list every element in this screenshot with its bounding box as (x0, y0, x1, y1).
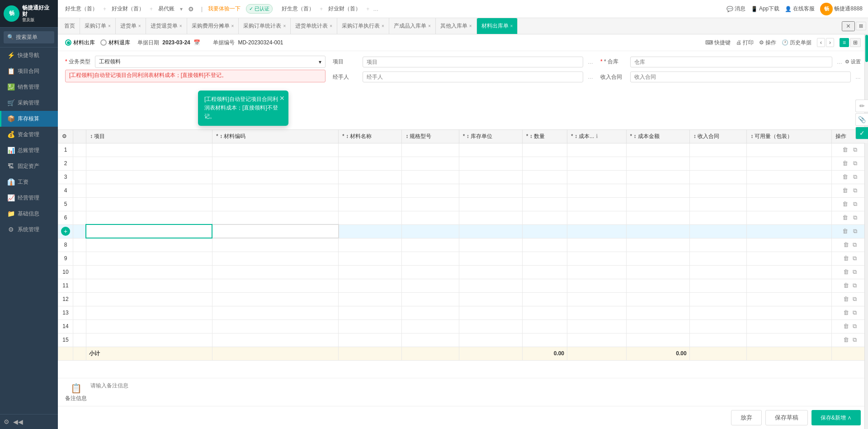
view-grid-button[interactable]: ⊞ (850, 38, 861, 47)
date-value[interactable]: 2023-03-24 (162, 39, 190, 46)
save-draft-button[interactable]: 保存草稿 (765, 410, 808, 425)
copy-row-button[interactable]: ⧉ (851, 335, 859, 344)
delete-row-button[interactable]: 🗑 (840, 159, 850, 167)
delete-row-button[interactable]: 🗑 (841, 335, 851, 344)
delete-row-button[interactable]: 🗑 (841, 240, 851, 249)
tab-purchase-expense[interactable]: 采购费用分摊单 × (187, 18, 239, 34)
tab-purchase-stat[interactable]: 采购订单统计表 × (239, 18, 291, 34)
radio-material-outbound[interactable]: 材料出库 (65, 39, 95, 47)
tab-close-icon[interactable]: × (179, 24, 182, 29)
sidebar-item-finance[interactable]: 💰 资金管理 (0, 127, 58, 143)
sidebar-collapse-button[interactable]: ◀◀ (13, 418, 23, 425)
handler-dots-icon[interactable]: … (588, 74, 593, 80)
col-quantity[interactable]: * ↕ 数量 (522, 129, 567, 143)
sidebar-item-basic-info[interactable]: 📁 基础信息 (0, 206, 58, 222)
add-row-button[interactable]: + (61, 227, 70, 236)
delete-row-button[interactable]: 🗑 (841, 281, 851, 290)
material-code-cell-input[interactable] (215, 228, 335, 234)
col-material-code[interactable]: * ↕ 材料编码 (212, 129, 338, 143)
delete-row-button[interactable]: 🗑 (841, 254, 851, 262)
tab-other-receipt[interactable]: 其他入库单 × (436, 18, 477, 34)
copy-row-button[interactable]: ⧉ (851, 281, 859, 290)
col-unit[interactable]: * ↕ 库存单位 (459, 129, 522, 143)
sidebar-item-inventory[interactable]: 📦 库存核算 (0, 111, 58, 127)
view-list-button[interactable]: ≡ (840, 38, 849, 47)
tab-close-icon[interactable]: × (510, 24, 513, 29)
delete-row-button[interactable]: 🗑 (840, 213, 850, 222)
warehouse-dots-icon[interactable]: … (837, 59, 842, 65)
project-cell-input[interactable] (89, 228, 209, 234)
copy-row-button[interactable]: ⧉ (851, 295, 859, 304)
settings-button[interactable]: ⚙ 设置 (845, 58, 861, 65)
handler-input[interactable] (363, 72, 583, 82)
col-cost-amount[interactable]: * ↕ 成本金额 (626, 129, 689, 143)
delete-row-button[interactable]: 🗑 (841, 322, 851, 330)
tab-close-icon[interactable]: × (382, 24, 384, 29)
tabbar-more-button[interactable]: ⊞ (856, 22, 866, 30)
tab-material-outbound[interactable]: 材料出库单 × (477, 18, 518, 34)
tabbar-close-button[interactable]: × (842, 21, 855, 31)
tab-goods-stat[interactable]: 进货单统计表 × (291, 18, 337, 34)
topbar-online-service[interactable]: 👤 在线客服 (785, 5, 815, 13)
col-material-name[interactable]: * ↕ 材料名称 (339, 129, 402, 143)
tab-close-icon[interactable]: × (469, 24, 472, 29)
copy-row-button[interactable]: ⧉ (851, 240, 859, 249)
delete-row-button[interactable]: 🗑 (840, 172, 850, 181)
delete-row-button[interactable]: 🗑 (841, 295, 851, 303)
col-project[interactable]: ↕ 项目 (86, 129, 212, 143)
topbar-user-info[interactable]: 畅 畅捷通8888 (820, 3, 863, 15)
sidebar-item-purchase[interactable]: 🛒 采购管理 (0, 95, 58, 111)
tab-home[interactable]: 首页 (60, 18, 80, 34)
topbar-link-haoshengyi2[interactable]: 好生意（首） (280, 4, 316, 14)
sidebar-item-quick-nav[interactable]: ⚡ 快捷导航 (0, 48, 58, 63)
save-new-button[interactable]: 保存&新增 ∧ (811, 410, 861, 425)
tab-close-icon[interactable]: × (283, 24, 286, 29)
topbar-link-haoyecai2[interactable]: 好业财（首） (326, 4, 363, 14)
sticky-edit-button[interactable]: ✏ (855, 100, 868, 112)
topbar-link-yidaizhang[interactable]: 易代账 (156, 4, 176, 14)
topbar-more-link[interactable]: … (373, 6, 378, 12)
sticky-green-button[interactable]: ✓ (855, 127, 868, 139)
shortcut-key-button[interactable]: ⌨ 快捷键 (705, 39, 731, 47)
nav-next-button[interactable]: › (826, 38, 834, 47)
tab-finished-goods[interactable]: 产成品入库单 × (389, 18, 436, 34)
abandon-button[interactable]: 放弃 (731, 410, 762, 425)
scrollbar-track[interactable] (864, 34, 868, 429)
radio-material-return[interactable]: 材料退库 (100, 39, 130, 47)
tab-close-icon[interactable]: × (428, 24, 431, 29)
table-settings-col[interactable]: ⚙ (58, 129, 73, 143)
col-spec[interactable]: ↕ 规格型号 (402, 129, 459, 143)
topbar-link-experience[interactable]: 我要体验一下 (206, 4, 242, 14)
tooltip-close-button[interactable]: ✕ (279, 93, 285, 103)
tab-purchase-order[interactable]: 采购订单 × (80, 18, 116, 34)
sidebar-item-ledger[interactable]: 📊 总账管理 (0, 143, 58, 158)
sidebar-settings-button[interactable]: ⚙ (4, 418, 9, 425)
sidebar-item-fixed-assets[interactable]: 🏗 固定资产 (0, 158, 58, 174)
print-button[interactable]: 🖨 打印 (736, 39, 754, 47)
warehouse-input[interactable] (630, 57, 832, 67)
delete-row-button[interactable]: 🗑 (841, 308, 851, 317)
tab-close-icon[interactable]: × (138, 24, 141, 29)
tab-purchase-execution[interactable]: 采购订单执行表 × (337, 18, 389, 34)
tab-close-icon[interactable]: × (108, 24, 111, 29)
search-menu-button[interactable]: 🔍 搜索菜单 (4, 31, 54, 43)
topbar-link-haoshengyi[interactable]: 好生意（首） (63, 4, 99, 14)
sidebar-item-payroll[interactable]: 👔 工资 (0, 174, 58, 190)
operations-button[interactable]: ⚙ 操作 (759, 39, 776, 47)
project-input[interactable] (363, 57, 583, 67)
copy-row-button[interactable]: ⧉ (851, 227, 859, 236)
topbar-link-haoyecai[interactable]: 好业财（首） (110, 4, 146, 14)
nav-prev-button[interactable]: ‹ (817, 38, 825, 47)
project-dots-icon[interactable]: … (588, 59, 593, 65)
sidebar-item-operations[interactable]: 📈 经营管理 (0, 190, 58, 206)
copy-row-button[interactable]: ⧉ (851, 213, 859, 222)
copy-row-button[interactable]: ⧉ (851, 172, 859, 181)
sidebar-item-sales[interactable]: 💹 销售管理 (0, 79, 58, 95)
col-available-qty[interactable]: ↕ 可用量（包装） (747, 129, 832, 143)
history-button[interactable]: 🕐 历史单据 (782, 39, 811, 47)
income-contract-input[interactable] (630, 72, 851, 82)
delete-row-button[interactable]: 🗑 (840, 200, 850, 208)
copy-row-button[interactable]: ⧉ (851, 267, 859, 276)
scrollbar-thumb[interactable] (865, 35, 868, 62)
copy-row-button[interactable]: ⧉ (851, 186, 859, 195)
